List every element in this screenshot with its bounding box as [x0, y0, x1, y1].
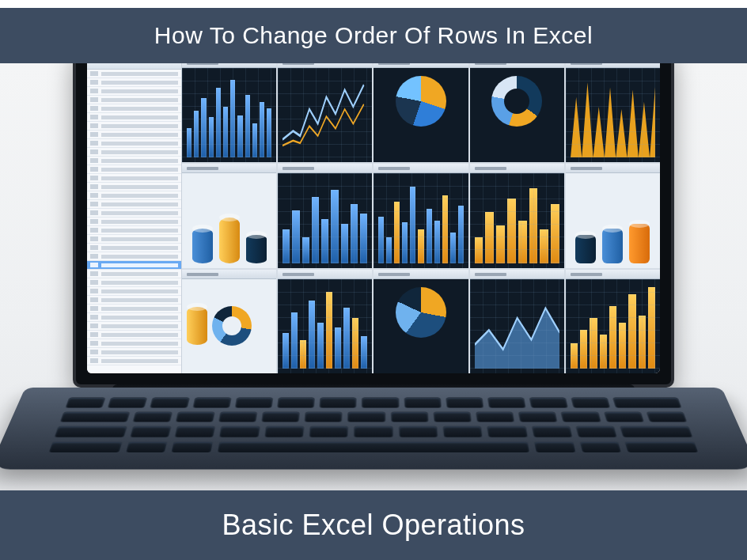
- page-title: How To Change Order Of Rows In Excel: [154, 22, 593, 49]
- footer-title: Basic Excel Operations: [222, 509, 525, 542]
- laptop-screen-bezel: [73, 63, 674, 388]
- chart-panel-donut-2: [182, 270, 278, 373]
- chart-panel-line: [278, 63, 374, 162]
- chart-panel-donut: [470, 63, 566, 162]
- hero-illustration: [0, 63, 747, 490]
- laptop-keyboard: [0, 388, 747, 469]
- chart-panel-pie: [374, 63, 469, 162]
- chart-panel-bars-4: [278, 270, 374, 373]
- title-banner: How To Change Order Of Rows In Excel: [0, 8, 747, 63]
- chart-panel-spikes: [566, 63, 660, 162]
- spreadsheet-sidebar: [87, 63, 182, 373]
- chart-panel-bars-2: [278, 164, 374, 267]
- laptop-screen: [87, 63, 660, 373]
- chart-panel-bars-3: [374, 164, 469, 267]
- dashboard-grid: [182, 63, 660, 373]
- chart-panel-pie-2: [374, 270, 469, 373]
- footer-banner: Basic Excel Operations: [0, 490, 747, 560]
- chart-panel-area: [470, 270, 566, 373]
- chart-panel-bars-5: [566, 270, 660, 373]
- chart-panel-cubes: [566, 164, 660, 267]
- svg-marker-0: [571, 82, 655, 157]
- laptop-illustration: [73, 63, 674, 490]
- chart-panel-cyl: [182, 164, 278, 267]
- chart-panel-bars: [182, 63, 278, 162]
- chart-panel-micro: [470, 164, 566, 267]
